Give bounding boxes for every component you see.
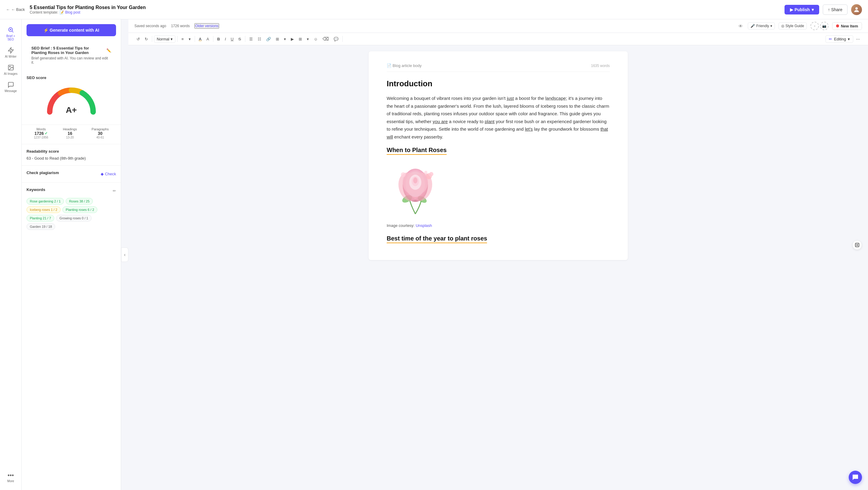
- italic-button[interactable]: I: [223, 35, 228, 43]
- table-dropdown-button[interactable]: ▾: [305, 35, 311, 43]
- keyword-tag[interactable]: Iceberg roses 1 / 2: [27, 206, 61, 213]
- underline-button[interactable]: U: [229, 35, 236, 43]
- image-credit: Image courtesy: Unsplash: [387, 223, 610, 228]
- paragraphs-value: 30: [92, 131, 109, 136]
- share-label: ↑ Share: [828, 7, 842, 12]
- word-count-meta: 1726 words: [171, 24, 190, 28]
- publish-button[interactable]: ▶ Publish ▾: [784, 5, 819, 15]
- svg-point-4: [9, 66, 10, 67]
- sidebar-item-more[interactable]: ••• More: [2, 470, 20, 485]
- more-dots-icon: •••: [7, 472, 14, 478]
- chat-bubble-button[interactable]: [849, 471, 862, 484]
- add-block-button[interactable]: [852, 240, 862, 250]
- bold-button[interactable]: B: [215, 35, 222, 43]
- brief-title-text: SEO Brief : 5 Essential Tips for Plantin…: [31, 46, 104, 55]
- eye-icon: 👁: [738, 24, 743, 29]
- sidebar-item-ai-images[interactable]: AI Images: [2, 62, 20, 78]
- chat-icon: [852, 474, 859, 481]
- style-guide-button[interactable]: ◎ Style Guide: [778, 22, 807, 30]
- image-insert-button[interactable]: ⊞: [274, 35, 281, 43]
- unsplash-link[interactable]: Unsplash: [415, 223, 432, 228]
- keyword-tag[interactable]: Planting roses 6 / 2: [62, 206, 97, 213]
- readability-value: 63 - Good to Read (8th-9th grade): [27, 156, 116, 161]
- brief-description: Brief generated with AI. You can review …: [27, 56, 116, 68]
- icon-sidebar: Brief + SEO AI Writer AI Images Message …: [0, 19, 22, 490]
- mic-icon: 🎤: [750, 24, 755, 28]
- plagiarism-check-button[interactable]: ◆ Check: [101, 172, 116, 176]
- editor-content-wrap[interactable]: 📄 Blog article body 1635 words Introduct…: [128, 45, 868, 490]
- sidebar-item-ai-writer[interactable]: AI Writer: [2, 45, 20, 61]
- undo-button[interactable]: ↺: [134, 35, 142, 43]
- keywords-section: Keywords ✏ Rose gardening 2 / 1Roses 38 …: [22, 182, 121, 235]
- keyword-tag[interactable]: Garden 19 / 18: [27, 223, 55, 230]
- share-button[interactable]: ↑ Share: [823, 4, 847, 15]
- align-left-button[interactable]: ≡: [179, 35, 186, 43]
- collab-user-icon: +: [810, 22, 819, 30]
- tone-label: Friendly: [756, 24, 769, 28]
- seo-score-section: SEO score: [22, 70, 121, 125]
- image-dropdown-button[interactable]: ▾: [282, 35, 288, 43]
- keyword-tag[interactable]: Roses 38 / 25: [66, 198, 93, 205]
- generate-ai-button[interactable]: ⚡ Generate content with AI: [27, 24, 116, 36]
- plagiarism-title: Check plagiarism: [27, 171, 59, 175]
- sidebar-item-message[interactable]: Message: [2, 79, 20, 95]
- keywords-header: Keywords ✏: [27, 188, 116, 194]
- seo-stats: Words 1726 ✓ 1237-1856 Headings 16 13-20…: [22, 125, 121, 144]
- comment-button[interactable]: 💬: [332, 35, 341, 43]
- svg-point-17: [429, 172, 433, 176]
- tone-button[interactable]: 🎤 Friendly ▾: [748, 22, 775, 30]
- collab-icons: + 📷: [810, 22, 829, 30]
- seo-gauge: A+: [27, 82, 116, 120]
- strikethrough-button[interactable]: S: [236, 35, 243, 43]
- gauge-wrap: A+: [44, 85, 98, 115]
- panel-toggle-button[interactable]: ‹: [121, 248, 128, 262]
- align-dropdown-button[interactable]: ▾: [187, 35, 193, 43]
- paragraphs-range: 40-61: [92, 136, 109, 139]
- toolbar-sep-5: [245, 36, 245, 42]
- highlight-button[interactable]: A: [204, 35, 211, 43]
- keyword-tag[interactable]: Growing roses 0 / 1: [56, 215, 91, 222]
- seo-icon: [7, 27, 14, 33]
- redo-button[interactable]: ↻: [143, 35, 150, 43]
- doc-subtitle: Content template: 📝 Blog post: [30, 10, 146, 15]
- svg-point-19: [424, 171, 427, 174]
- document-title: 5 Essential Tips for Planting Roses in Y…: [30, 5, 146, 10]
- sidebar-label-ai-writer: AI Writer: [5, 55, 17, 58]
- check-label: Check: [105, 172, 116, 176]
- user-avatar[interactable]: [851, 4, 862, 15]
- editing-badge[interactable]: ✏ Editing ▾: [826, 35, 853, 43]
- keyword-tags: Rose gardening 2 / 1Roses 38 / 25Iceberg…: [27, 198, 116, 230]
- sidebar-label-brief-seo: Brief + SEO: [4, 34, 18, 41]
- back-button[interactable]: ← ← Back: [6, 7, 25, 12]
- paragraphs-stat: Paragraphs 30 40-61: [92, 127, 109, 139]
- text-color-button[interactable]: A: [197, 35, 204, 43]
- link-button[interactable]: 🔗: [264, 35, 273, 43]
- words-stat: Words 1726 ✓ 1237-1856: [34, 127, 48, 139]
- older-versions-label: Older versions: [195, 24, 218, 28]
- format-clear-button[interactable]: ⌫: [320, 35, 331, 43]
- play-button[interactable]: ▶: [289, 35, 296, 43]
- older-versions-button[interactable]: Older versions: [194, 23, 219, 29]
- new-item-button[interactable]: New Item: [832, 22, 862, 30]
- words-value: 1726 ✓: [34, 131, 48, 136]
- sidebar-item-brief-seo[interactable]: Brief + SEO: [2, 24, 20, 44]
- svg-point-0: [855, 7, 858, 10]
- more-options-button[interactable]: ⋯: [854, 35, 862, 43]
- edit-icon[interactable]: ✏️: [106, 48, 111, 53]
- format-select[interactable]: Normal ▾: [154, 35, 176, 43]
- ordered-list-button[interactable]: ☷: [255, 35, 264, 43]
- table-button[interactable]: ⊞: [297, 35, 304, 43]
- message-icon: [7, 82, 14, 88]
- template-name: Blog post: [65, 10, 80, 15]
- keyword-tag[interactable]: Rose gardening 2 / 1: [27, 198, 64, 205]
- emoji-button[interactable]: ☺: [312, 35, 320, 43]
- doc-title-group: 5 Essential Tips for Planting Roses in Y…: [30, 5, 146, 15]
- format-select-dropdown-icon: ▾: [170, 37, 173, 41]
- bullet-list-button[interactable]: ☰: [247, 35, 255, 43]
- seo-grade: A+: [66, 105, 77, 115]
- keyword-tag[interactable]: Planting 21 / 7: [27, 215, 54, 222]
- headings-label: Headings: [63, 127, 77, 131]
- section-label-bar: 📄 Blog article body 1635 words: [387, 63, 610, 72]
- brief-section: SEO Brief : 5 Essential Tips for Plantin…: [22, 41, 121, 70]
- keywords-edit-button[interactable]: ✏: [113, 189, 116, 193]
